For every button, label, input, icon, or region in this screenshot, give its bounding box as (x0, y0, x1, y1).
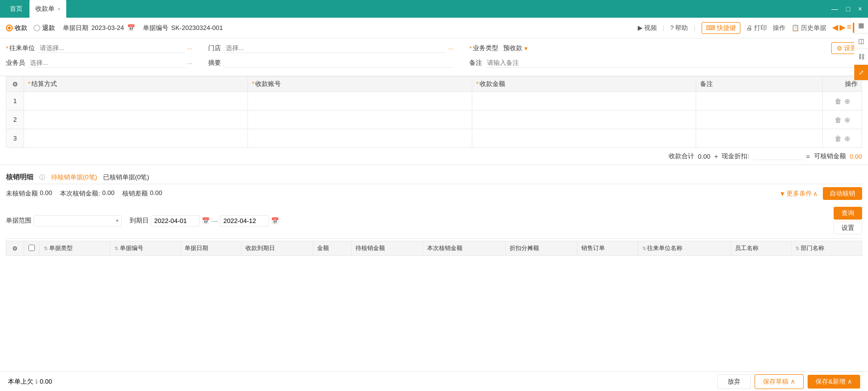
diff-label: 核销差额 (122, 189, 148, 198)
receipt-tab[interactable]: 收款单 × (29, 0, 66, 18)
date-from-input[interactable] (151, 215, 200, 226)
receipt-account-cell-3[interactable] (248, 129, 472, 148)
maximize-icon[interactable]: □ (844, 4, 852, 14)
diff-stat: 核销差额 0.00 (122, 189, 162, 198)
dept-header[interactable]: 部门名称 (791, 241, 862, 256)
receipt-amount-cell-1[interactable] (472, 92, 696, 111)
video-icon: ▶ (638, 24, 643, 31)
this-doc-value: 0.00 (40, 378, 52, 385)
minimize-icon[interactable]: — (829, 4, 840, 14)
copy-row-1-icon[interactable]: ⊕ (844, 97, 850, 105)
counterparty-input[interactable] (38, 43, 185, 53)
remark-field: 备注 (469, 58, 862, 68)
receipt-account-cell-2[interactable] (248, 111, 472, 129)
business-type-dropdown-icon[interactable]: ▾ (524, 45, 528, 52)
copy-row-2-icon[interactable]: ⊕ (844, 116, 850, 124)
remark-cell-2[interactable] (696, 111, 822, 129)
settlement-method-header: 结算方式 (24, 77, 248, 92)
receipt-amount-cell-3[interactable] (472, 129, 696, 148)
settlement-method-cell-3[interactable] (24, 129, 248, 148)
auto-hexiao-button[interactable]: 自动核销 (823, 187, 862, 200)
more-conditions-button[interactable]: ▼ 更多条件 ∧ (779, 189, 818, 198)
counterparty-label: 往来单位 (9, 44, 35, 53)
receipt-amount-cell-2[interactable] (472, 111, 696, 129)
current-verify-stat: 本次核销金额: 0.00 (60, 189, 114, 198)
quick-key-button[interactable]: ⌨ 快捷键 (702, 22, 740, 34)
remark-cell-1[interactable] (696, 92, 822, 111)
receipt-radio[interactable]: 收款 (6, 24, 27, 32)
plus-label: + (714, 153, 718, 160)
staff-field: 业务员 ··· (6, 58, 192, 68)
type-header[interactable]: 单据类型 (40, 241, 110, 256)
remark-input[interactable] (485, 58, 862, 68)
remark-cell-3[interactable] (696, 129, 822, 148)
staff-more-icon[interactable]: ··· (187, 59, 192, 67)
help-button[interactable]: ? 帮助 (670, 24, 688, 32)
table-row: 2 🗑 ⊕ (6, 111, 862, 129)
home-tab[interactable]: 首页 (4, 0, 28, 18)
range-select[interactable] (33, 215, 122, 226)
close-tab-icon[interactable]: × (57, 6, 60, 12)
hexiao-section: 核销明细 ⓘ 待核销单据(0笔) 已核销单据(0笔) 未核销金额 0.00 本次… (0, 169, 868, 256)
copy-row-3-icon[interactable]: ⊕ (844, 135, 850, 142)
right-arrow-icon[interactable]: ▶ (840, 23, 845, 33)
history-label: 历史单据 (801, 24, 826, 32)
hexiao-info-icon[interactable]: ⓘ (39, 173, 45, 182)
staff-input[interactable] (28, 58, 185, 68)
quick-key-label: 快捷键 (717, 24, 736, 32)
counterparty-more-icon[interactable]: ··· (187, 45, 192, 52)
close-window-icon[interactable]: × (856, 4, 864, 14)
this-doc-info-icon[interactable]: ℹ (35, 378, 38, 385)
keyboard-icon: ⌨ (706, 24, 715, 31)
pending-tab[interactable]: 待核销单据(0笔) (51, 173, 97, 182)
settlement-method-cell-2[interactable] (24, 111, 248, 129)
left-arrow-icon[interactable]: ◀ (832, 23, 838, 33)
counterparty-header[interactable]: 往来单位名称 (638, 241, 731, 256)
right-panel-link[interactable]: ⛓ (854, 49, 868, 65)
date-to-input[interactable] (220, 215, 269, 226)
summary-input[interactable] (224, 58, 454, 68)
window-controls: — □ × (829, 4, 864, 14)
delete-row-2-icon[interactable]: 🗑 (835, 116, 841, 124)
store-field: 门店 ··· (208, 43, 454, 53)
select-all-checkbox[interactable] (28, 245, 35, 251)
save-draft-button[interactable]: 保存草稿 ∧ (755, 374, 804, 389)
video-button[interactable]: ▶ 视频 (638, 24, 657, 32)
operation-button[interactable]: 操作 (773, 24, 786, 32)
date-to-calendar-icon[interactable]: 📅 (271, 217, 279, 224)
bottom-table-gear-header[interactable]: ⚙ (6, 241, 24, 256)
right-panel-grid[interactable]: ▦ (854, 18, 868, 33)
unverified-label: 未核销金额 (6, 189, 38, 198)
delete-row-3-icon[interactable]: 🗑 (835, 135, 841, 142)
remark-label: 备注 (469, 58, 482, 67)
save-new-button[interactable]: 保存&新增 ∧ (808, 375, 860, 389)
discount-input[interactable] (753, 152, 802, 160)
table-gear-icon: ⚙ (12, 81, 18, 88)
print-button[interactable]: 🖨 打印 (746, 24, 767, 32)
unverified-value: 0.00 (40, 189, 52, 198)
print-icon: 🖨 (746, 24, 753, 31)
filter-setting-button[interactable]: 设置 (834, 222, 862, 234)
right-panel-layout[interactable]: ◫ (854, 33, 868, 49)
number-header[interactable]: 单据编号 (110, 241, 181, 256)
settlement-method-cell-1[interactable] (24, 92, 248, 111)
save-new-label: 保存&新增 (815, 377, 845, 386)
refund-radio[interactable]: 退款 (33, 24, 55, 32)
calendar-icon[interactable]: 📅 (127, 24, 135, 31)
query-button[interactable]: 查询 (834, 207, 862, 220)
delete-row-1-icon[interactable]: 🗑 (835, 97, 841, 105)
date-value: 2023-03-24 (91, 24, 124, 31)
gear-header[interactable]: ⚙ (6, 77, 24, 92)
right-panel-expand[interactable]: ⤢ (854, 65, 868, 81)
history-button[interactable]: 📋 历史单据 (791, 24, 826, 32)
date-from-calendar-icon[interactable]: 📅 (202, 217, 210, 224)
hexiao-stats: 未核销金额 0.00 本次核销金额: 0.00 核销差额 0.00 ▼ 更多条件… (6, 184, 862, 203)
store-more-icon[interactable]: ··· (448, 45, 454, 52)
abandon-button[interactable]: 放弃 (717, 374, 751, 389)
receipt-account-cell-1[interactable] (248, 92, 472, 111)
bottom-table-checkbox-header[interactable] (24, 241, 40, 256)
done-tab[interactable]: 已核销单据(0笔) (103, 173, 149, 182)
toolbar-right: ▶ 视频 | ? 帮助 | ⌨ 快捷键 🖨 打印 操作 📋 历史单据 (638, 22, 862, 34)
list-icon[interactable]: ≡ (847, 23, 851, 33)
store-input[interactable] (224, 43, 446, 53)
